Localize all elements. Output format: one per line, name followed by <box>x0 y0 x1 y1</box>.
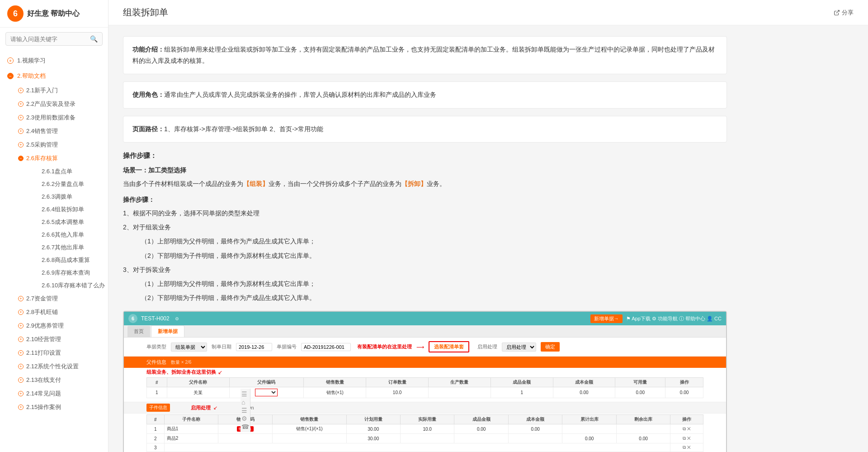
inner-section-count: 数量 × 2/6 <box>171 359 191 366</box>
expand-icon: + <box>18 115 24 120</box>
sidebar-item-2-4[interactable]: + 2.4销售管理 <box>18 124 108 138</box>
sidebar-item-2-6-6[interactable]: 2.6.6其他入库单 <box>42 228 108 241</box>
sidebar-item-2-6[interactable]: − 2.6库存核算 <box>18 152 108 165</box>
inner-td-prod-amt: 1 <box>491 387 553 398</box>
sidebar-item-2-6-4[interactable]: 2.6.4组装拆卸单 <box>42 203 108 216</box>
ann-arrow-4: ↙ <box>213 405 217 411</box>
sidebar-item-2-9[interactable]: + 2.9优惠券管理 <box>18 319 108 333</box>
inner-enable-select[interactable]: 启用处理 <box>502 343 536 352</box>
inner-btd-remain: 0.00 <box>616 434 670 443</box>
inner-new-doc-btn[interactable]: 新增单据→ <box>590 314 623 323</box>
page-title: 组装拆卸单 <box>123 6 168 19</box>
inner-btd-actual: 10.0 <box>400 424 454 434</box>
sidebar-item-2-6-9[interactable]: 2.6.9库存账本查询 <box>42 266 108 279</box>
inner-tab-new[interactable]: 新增单据 <box>151 325 184 337</box>
path-label: 页面路径： <box>132 125 164 133</box>
sidebar-item-2-6-8[interactable]: 2.6.8商品成本重算 <box>42 254 108 266</box>
inner-btd-sales <box>272 434 346 443</box>
inner-bottom-section-header: 子件信息 启用处理 ↙ On <box>124 402 726 414</box>
inner-btd-cost-amt <box>508 434 562 443</box>
func-intro-label: 功能介绍： <box>132 46 164 53</box>
app-name: 好生意 帮助中心 <box>27 9 80 19</box>
inner-ops-copy-icon[interactable]: ⧉ <box>683 426 686 431</box>
ops-title: 操作步骤： <box>123 152 727 160</box>
sidebar-item-2-7[interactable]: + 2.7资金管理 <box>18 292 108 305</box>
inner-home-icon[interactable]: ⌂ <box>241 399 249 406</box>
sidebar-item-2-6-7[interactable]: 2.6.7其他出库单 <box>42 241 108 254</box>
inner-settings-icon[interactable]: ⚙ <box>241 415 249 422</box>
sidebar-item-label: 2.2产品安装及登录 <box>26 100 75 108</box>
inner-top-table-row: 1 关某 销售(×1) 10.0 1 0.00 0.00 <box>147 387 703 398</box>
inner-order-type-label: 单据类型 <box>146 343 166 350</box>
search-icon[interactable]: 🔍 <box>90 35 98 43</box>
sidebar-item-2-10[interactable]: + 2.10经营管理 <box>18 333 108 346</box>
inner-section-header: 父件信息 数量 × 2/6 <box>124 357 726 368</box>
ann-label-4: 启用处理 <box>191 404 211 411</box>
inner-btd-num: 3 <box>147 443 165 452</box>
sidebar-item-2-14[interactable]: + 2.14常见问题 <box>18 387 108 400</box>
inner-ops-del-icon[interactable]: ✕ <box>687 445 691 450</box>
inner-tab-home[interactable]: 首页 <box>127 326 150 337</box>
search-input[interactable] <box>10 36 90 43</box>
sidebar-item-2-6-3[interactable]: 2.6.3调拨单 <box>42 190 108 203</box>
sidebar-item-label: 2.3使用前数据准备 <box>26 114 75 122</box>
sidebar-item-docs[interactable]: − 2.帮助文档 <box>0 68 108 84</box>
inner-btd-prod-amt: 0.00 <box>454 424 508 434</box>
sidebar-item-2-3[interactable]: + 2.3使用前数据准备 <box>18 111 108 124</box>
inner-td-ops: 0.00 <box>665 387 703 398</box>
sidebar-item-2-6-2[interactable]: 2.6.2分量盘点单 <box>42 178 108 190</box>
sidebar-item-label: 2.10经营管理 <box>26 335 61 343</box>
sidebar-item-2-2[interactable]: + 2.2产品安装及登录 <box>18 97 108 111</box>
sidebar-item-2-8[interactable]: + 2.8手机旺铺 <box>18 305 108 319</box>
search-box[interactable]: 🔍 <box>5 32 103 46</box>
expand-icon: + <box>18 101 24 107</box>
sidebar-item-2-1[interactable]: + 2.1新手入门 <box>18 84 108 97</box>
step-3-2: （2）下部明细为子件明细，最终作为产成品生成其它入库单。 <box>123 292 727 304</box>
inner-user-icon[interactable]: ☎ <box>241 423 249 430</box>
sidebar-item-2-12[interactable]: + 2.12系统个性化设置 <box>18 360 108 373</box>
inner-order-type-select[interactable]: 组装单据 <box>171 343 207 352</box>
inner-col-ops: 操作 <box>665 378 703 387</box>
inner-confirm-btn[interactable]: 确定 <box>541 342 560 352</box>
step-3-1: （1）上部明细为父件明细，最终作为原材料生成其它出库单； <box>123 278 727 290</box>
inner-ops-del-icon[interactable]: ✕ <box>687 426 691 431</box>
inner-date-input[interactable] <box>236 343 272 351</box>
sidebar-item-2-15[interactable]: + 2.15操作案例 <box>18 400 108 414</box>
inner-tabs-row: 首页 新增单据 ☰ ⌂ ☰ ⚙ ☎ <box>124 325 726 338</box>
sidebar-item-label: 2.11打印设置 <box>26 349 61 357</box>
sidebar-header: 6 好生意 帮助中心 <box>0 0 108 28</box>
inner-col-num: # <box>147 378 167 387</box>
sidebar-item-2-6-1[interactable]: 2.6.1盘点单 <box>42 165 108 178</box>
inner-order-no-label: 单据编号 <box>277 343 297 350</box>
inner-td-parent-name: 关某 <box>167 387 229 398</box>
sidebar-item-2-5[interactable]: + 2.5采购管理 <box>18 138 108 152</box>
sidebar-item-2-13[interactable]: + 2.13在线支付 <box>18 373 108 387</box>
share-button[interactable]: 分享 <box>834 9 854 17</box>
expand-icon: + <box>18 309 24 315</box>
inner-ops-del-icon[interactable]: ✕ <box>687 436 691 441</box>
role-desc: 通常由生产人员或库管人员完成拆装业务的操作，库管人员确认原材料的出库和产成品的入… <box>164 91 436 98</box>
inner-td-num: 1 <box>147 387 167 398</box>
inner-ops-copy-icon[interactable]: ⧉ <box>683 445 686 450</box>
inner-col-available: 可用量 <box>615 378 665 387</box>
sidebar-item-2-6-10[interactable]: 2.6.10库存账本错了么办 <box>42 279 108 292</box>
inner-bcol-sales: 销售数量 <box>272 415 346 424</box>
inner-bom-btn[interactable]: 选装配清单套 <box>429 341 469 352</box>
inner-list-icon[interactable]: ☰ <box>241 407 249 414</box>
sidebar-item-2-11[interactable]: + 2.11打印设置 <box>18 346 108 360</box>
inner-ops-copy-icon[interactable]: ⧉ <box>683 436 686 441</box>
inner-parent-code-select[interactable] <box>255 389 278 396</box>
sidebar-item-2-6-5[interactable]: 2.6.5成本调整单 <box>42 216 108 228</box>
inner-btd-name: 商品2 <box>164 434 218 443</box>
role-block: 使用角色：通常由生产人员或库管人员完成拆装业务的操作，库管人员确认原材料的出库和… <box>123 81 727 108</box>
inner-order-no-input[interactable] <box>301 343 351 351</box>
inner-btd-empty <box>164 443 670 452</box>
inner-btd-cum-out: 0.00 <box>562 434 616 443</box>
sidebar-item-videos[interactable]: + 1.视频学习 <box>0 53 108 68</box>
nav-section-2: − 2.帮助文档 + 2.1新手入门 + 2.2产品安装及登录 + 2.3使用前… <box>0 68 108 414</box>
inner-nav-icon[interactable]: ☰ <box>241 390 249 398</box>
ann-arrow-3: ↙ <box>218 369 222 376</box>
collapse-icon: − <box>18 156 24 161</box>
inner-btd-actual <box>400 434 454 443</box>
expand-icon: + <box>18 337 24 342</box>
